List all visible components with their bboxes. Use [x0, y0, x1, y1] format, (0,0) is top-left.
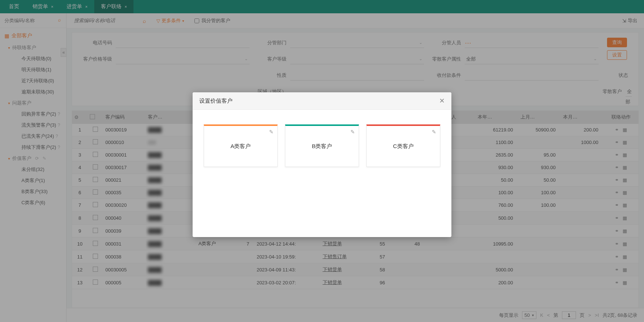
card-label: C类客户 — [393, 143, 414, 150]
dialog-body: ✎A类客户✎B类客户✎C类客户 — [193, 110, 451, 237]
dialog-header: 设置价值客户 ✕ — [193, 92, 451, 110]
value-customer-dialog: 设置价值客户 ✕ ✎A类客户✎B类客户✎C类客户 — [193, 92, 451, 237]
value-card[interactable]: ✎B类客户 — [285, 124, 359, 167]
card-label: A类客户 — [230, 143, 251, 150]
edit-icon[interactable]: ✎ — [350, 129, 355, 135]
dialog-title: 设置价值客户 — [199, 97, 233, 105]
edit-icon[interactable]: ✎ — [432, 129, 436, 135]
card-label: B类客户 — [312, 143, 332, 150]
value-card[interactable]: ✎C类客户 — [366, 124, 440, 167]
value-card[interactable]: ✎A类客户 — [204, 124, 278, 167]
edit-icon[interactable]: ✎ — [269, 129, 274, 135]
modal-overlay[interactable]: 设置价值客户 ✕ ✎A类客户✎B类客户✎C类客户 — [0, 0, 644, 322]
close-icon[interactable]: ✕ — [439, 97, 445, 105]
